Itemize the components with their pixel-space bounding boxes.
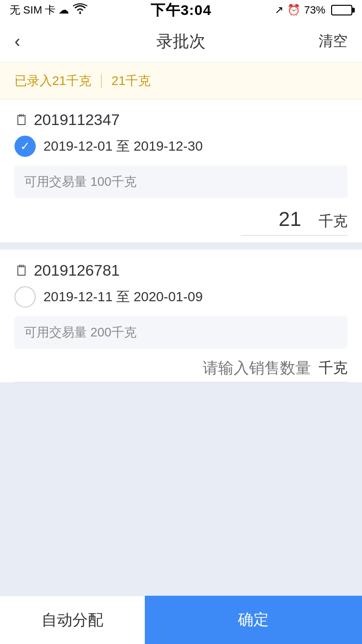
- clear-button[interactable]: 清空: [319, 31, 348, 51]
- total-label: 21千克: [111, 72, 151, 89]
- batch2-id-row: 🗒 2019126781: [14, 262, 348, 280]
- batch2-qty-bar: 可用交易量 200千克: [14, 316, 348, 349]
- batch1-underline: [241, 235, 348, 236]
- battery-icon: [331, 5, 352, 15]
- batch2-date-row[interactable]: 2019-12-11 至 2020-01-09: [14, 286, 348, 308]
- batch1-card: 🗒 2019112347 ✓ 2019-12-01 至 2019-12-30 可…: [0, 99, 362, 242]
- location-icon: ↗: [275, 4, 283, 16]
- batch1-amount-value: 21: [278, 208, 301, 231]
- empty-area: [0, 382, 362, 596]
- status-time: 下午3:04: [151, 0, 211, 20]
- batch2-input-row: 千克: [14, 358, 348, 382]
- batch1-date-row[interactable]: ✓ 2019-12-01 至 2019-12-30: [14, 136, 348, 157]
- batch1-radio[interactable]: ✓: [14, 136, 36, 157]
- wifi-icon: [73, 3, 87, 17]
- batch1-icon: 🗒: [14, 112, 29, 128]
- batch1-amount-row: 21 千克: [14, 208, 348, 235]
- batch2-item: 🗒 2019126781 2019-12-11 至 2020-01-09 可用交…: [0, 250, 362, 349]
- batch1-id: 2019112347: [34, 111, 120, 129]
- bottom-bar: 自动分配 确定: [0, 596, 362, 644]
- confirm-button[interactable]: 确定: [145, 596, 362, 644]
- status-bar: 无 SIM 卡 ☁ 下午3:04 ↗ ⏰ 73%: [0, 0, 362, 20]
- batch2-card: 🗒 2019126781 2019-12-11 至 2020-01-09 可用交…: [0, 250, 362, 382]
- status-left: 无 SIM 卡 ☁: [10, 3, 87, 17]
- batch2-date: 2019-12-11 至 2020-01-09: [43, 288, 203, 306]
- batch2-icon: 🗒: [14, 263, 29, 279]
- info-divider: [101, 74, 102, 88]
- batch2-input-section: 千克: [0, 349, 362, 382]
- status-right: ↗ ⏰ 73%: [275, 4, 352, 16]
- page-title: 录批次: [156, 30, 206, 53]
- back-button[interactable]: ‹: [14, 31, 43, 52]
- batch1-underline-wrap: [14, 235, 348, 242]
- batch1-qty-bar: 可用交易量 100千克: [14, 166, 348, 198]
- content-wrapper: 已录入21千克 21千克 🗒 2019112347 ✓ 2019-12-01 至…: [0, 63, 362, 596]
- info-banner: 已录入21千克 21千克: [0, 63, 362, 99]
- batch1-id-row: 🗒 2019112347: [14, 111, 348, 129]
- qty-input[interactable]: [118, 359, 311, 377]
- batch1-amount-section: 21 千克: [0, 198, 362, 242]
- check-icon: ✓: [20, 140, 30, 153]
- auto-distribute-button[interactable]: 自动分配: [0, 596, 145, 644]
- batch1-item: 🗒 2019112347 ✓ 2019-12-01 至 2019-12-30 可…: [0, 99, 362, 198]
- alarm-icon: ⏰: [287, 4, 300, 16]
- batch1-amount-unit: 千克: [319, 211, 348, 231]
- batch2-unit: 千克: [319, 358, 348, 378]
- card-divider: [0, 242, 362, 249]
- nav-bar: ‹ 录批次 清空: [0, 20, 362, 63]
- batch1-date: 2019-12-01 至 2019-12-30: [43, 137, 203, 155]
- battery-percent: 73%: [304, 4, 325, 16]
- batch2-id: 2019126781: [34, 262, 120, 280]
- recorded-label: 已录入21千克: [14, 72, 91, 89]
- batch2-radio[interactable]: [14, 286, 36, 308]
- sim-label: 无 SIM 卡 ☁: [10, 3, 69, 17]
